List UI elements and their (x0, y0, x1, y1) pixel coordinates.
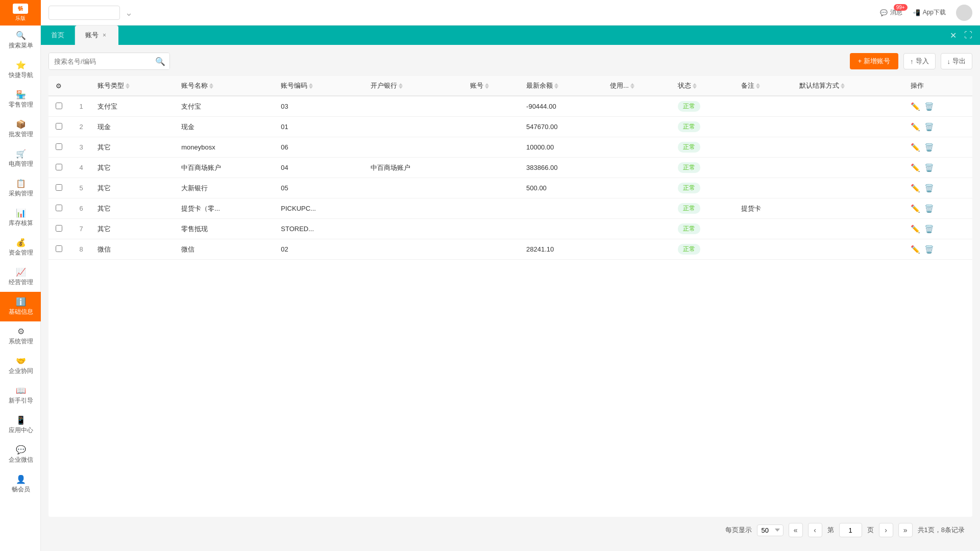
row-balance: 28241.10 (522, 239, 606, 260)
page-number-input[interactable] (839, 523, 862, 537)
col-account-type[interactable]: 账号类型 (93, 76, 177, 96)
sidebar-item-member[interactable]: 👤 畅会员 (0, 469, 41, 499)
row-account-type: 支付宝 (93, 96, 177, 117)
row-default-payment (795, 198, 906, 219)
per-page-select[interactable]: 50 100 200 (757, 524, 783, 536)
add-account-button[interactable]: + 新增账号 (850, 53, 898, 69)
edit-button[interactable]: ✏️ (911, 143, 920, 152)
edit-button[interactable]: ✏️ (911, 122, 920, 132)
delete-button[interactable]: 🗑️ (924, 143, 934, 152)
row-checkbox[interactable] (48, 219, 69, 239)
export-button[interactable]: ↓ 导出 (941, 53, 973, 69)
edit-button[interactable]: ✏️ (911, 224, 920, 234)
tab-maximize-icon[interactable]: ⛶ (962, 30, 975, 41)
page-next-button[interactable]: › (879, 523, 893, 537)
finance-icon: 💰 (4, 238, 38, 247)
edit-button[interactable]: ✏️ (911, 204, 920, 213)
tab-account-close[interactable]: × (101, 31, 108, 39)
edit-button[interactable]: ✏️ (911, 163, 920, 172)
row-checkbox[interactable] (48, 158, 69, 178)
col-balance[interactable]: 最新余额 (522, 76, 606, 96)
row-checkbox[interactable] (48, 198, 69, 219)
col-usage[interactable]: 使用... (606, 76, 674, 96)
sidebar-item-operations[interactable]: 📈 经营管理 (0, 262, 41, 292)
search-button[interactable]: 🔍 (151, 53, 169, 69)
sidebar-item-app-center[interactable]: 📱 应用中心 (0, 410, 41, 440)
delete-button[interactable]: 🗑️ (924, 184, 934, 193)
col-settings[interactable]: ⚙ (48, 76, 69, 96)
col-account-name[interactable]: 账号名称 (177, 76, 277, 96)
sidebar-item-ecommerce[interactable]: 🛒 电商管理 (0, 144, 41, 173)
edit-button[interactable]: ✏️ (911, 184, 920, 193)
app-download-button[interactable]: 📲 App下载 (913, 8, 946, 17)
col-default-payment[interactable]: 默认结算方式 (795, 76, 906, 96)
col-remark[interactable]: 备注 (737, 76, 795, 96)
app-download-icon: 📲 (913, 9, 920, 16)
col-bank[interactable]: 开户银行 (366, 76, 466, 96)
table-row: 5 其它 大新银行 05 500.00 正常 ✏️ 🗑️ (48, 178, 972, 198)
search-menu-icon: 🔍 (4, 31, 38, 40)
row-checkbox[interactable] (48, 117, 69, 137)
row-account-code: 01 (277, 117, 366, 137)
col-account-number-label: 账号 (470, 81, 483, 90)
sidebar-item-shortcuts[interactable]: ⭐ 快捷导航 (0, 55, 41, 85)
delete-button[interactable]: 🗑️ (924, 122, 934, 132)
row-default-payment (795, 137, 906, 158)
delete-button[interactable]: 🗑️ (924, 102, 934, 111)
user-avatar[interactable] (956, 5, 972, 21)
row-remark: 提货卡 (737, 198, 795, 219)
sidebar-item-guide[interactable]: 📖 新手引导 (0, 381, 41, 410)
sidebar-item-label: 畅会员 (12, 486, 30, 493)
search-input[interactable] (49, 53, 151, 69)
row-checkbox[interactable] (48, 239, 69, 260)
sidebar-item-basic-info[interactable]: ℹ️ 基础信息 (0, 292, 41, 321)
row-checkbox[interactable] (48, 96, 69, 117)
sidebar-item-purchase[interactable]: 📋 采购管理 (0, 173, 41, 203)
row-actions: ✏️ 🗑️ (906, 239, 972, 260)
row-account-name: 提货卡（零... (177, 198, 277, 219)
sidebar-item-retail[interactable]: 🏪 零售管理 (0, 85, 41, 114)
col-status[interactable]: 状态 (674, 76, 738, 96)
page-first-button[interactable]: « (789, 523, 803, 537)
message-button[interactable]: 💬 消息 99+ (880, 8, 902, 17)
row-account-type: 其它 (93, 178, 177, 198)
row-checkbox[interactable] (48, 137, 69, 158)
sidebar-item-collab[interactable]: 🤝 企业协同 (0, 351, 41, 381)
import-button[interactable]: ↑ 导入 (903, 53, 936, 69)
sidebar-item-finance[interactable]: 💰 资金管理 (0, 233, 41, 262)
delete-button[interactable]: 🗑️ (924, 245, 934, 254)
page-prev-button[interactable]: ‹ (808, 523, 822, 537)
sidebar-item-inventory[interactable]: 📊 库存核算 (0, 203, 41, 233)
delete-button[interactable]: 🗑️ (924, 224, 934, 234)
edit-button[interactable]: ✏️ (911, 245, 920, 254)
row-account-number (466, 239, 522, 260)
col-account-type-label: 账号类型 (97, 81, 124, 90)
row-account-code: 02 (277, 239, 366, 260)
sidebar-item-search[interactable]: 🔍 搜索菜单 (0, 26, 41, 55)
row-account-type: 其它 (93, 158, 177, 178)
tab-account[interactable]: 账号 × (75, 26, 118, 45)
message-icon: 💬 (880, 9, 888, 16)
col-action: 操作 (906, 76, 972, 96)
page-last-button[interactable]: » (898, 523, 913, 537)
row-usage (606, 219, 674, 239)
row-status: 正常 (674, 198, 738, 219)
row-checkbox[interactable] (48, 178, 69, 198)
sidebar-item-system[interactable]: ⚙ 系统管理 (0, 321, 41, 351)
ecommerce-icon: 🛒 (4, 149, 38, 159)
row-balance (522, 198, 606, 219)
tab-close-all-icon[interactable]: ✕ (947, 30, 959, 41)
col-account-code[interactable]: 账号编码 (277, 76, 366, 96)
row-account-number (466, 158, 522, 178)
sidebar-item-enterprise-wechat[interactable]: 💬 企业微信 (0, 440, 41, 469)
delete-button[interactable]: 🗑️ (924, 204, 934, 213)
table-row: 3 其它 moneybosx 06 10000.00 正常 ✏️ 🗑️ (48, 137, 972, 158)
sidebar-item-wholesale[interactable]: 📦 批发管理 (0, 114, 41, 144)
edit-button[interactable]: ✏️ (911, 102, 920, 111)
row-usage (606, 137, 674, 158)
col-account-number[interactable]: 账号 (466, 76, 522, 96)
top-search-dropdown-icon[interactable]: ⌄ (125, 7, 133, 18)
top-search-input[interactable] (48, 6, 120, 20)
delete-button[interactable]: 🗑️ (924, 163, 934, 172)
tab-home[interactable]: 首页 (41, 26, 75, 45)
